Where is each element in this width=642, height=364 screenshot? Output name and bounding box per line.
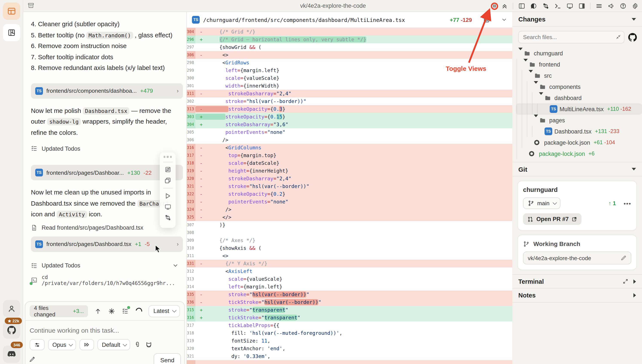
diff-row: 321- stroke="hsl(var(--border))" [187, 182, 512, 190]
send-button[interactable]: Send [154, 353, 181, 364]
edit-pencil-icon[interactable] [620, 255, 626, 261]
diff-row: 317- top={margin.top} [187, 152, 512, 159]
menu-icon[interactable] [595, 2, 602, 10]
open-pr-button[interactable]: Open PR #7 [523, 213, 581, 225]
tool-row[interactable]: Updated Todos [31, 144, 184, 153]
discord-count-badge: 346 [11, 342, 23, 348]
diff-row: 302 stroke="hsl(var(--border))" [187, 98, 512, 105]
git-compare-icon[interactable] [164, 214, 171, 221]
discord-button[interactable]: 346 [3, 346, 20, 363]
diff-row: 296+ {/* Grid — horizontal lines only, v… [187, 36, 512, 43]
github-button[interactable]: 22k [3, 322, 20, 339]
branch-dropdown[interactable]: main [523, 198, 560, 209]
changes-section-header[interactable]: Changes [512, 12, 642, 26]
tree-item-name: pages [549, 117, 565, 124]
code-diff-icon[interactable] [164, 166, 171, 173]
toggle-views-icon[interactable] [491, 2, 498, 10]
up-arrow-icon[interactable] [94, 307, 102, 315]
panel-right-icon[interactable] [578, 2, 585, 10]
diff-row: 297 {showGrid && ( [187, 43, 512, 51]
tree-item-name: components [549, 84, 580, 90]
working-branch-header: Working Branch [523, 240, 631, 247]
spark-icon[interactable] [108, 307, 115, 315]
terminal-icon[interactable] [554, 2, 561, 10]
tree-file-row[interactable]: package-lock.json+6 [512, 148, 642, 159]
diff-row: 325- </> [187, 213, 512, 221]
tree-file-row[interactable]: TSDashboard.tsx+131 -233 [512, 126, 642, 137]
monitor-icon[interactable] [164, 203, 171, 210]
working-branch-input[interactable]: vk/4e2a-explore-the-code [523, 252, 631, 264]
files-changed-chip[interactable]: 4 files changed+3... [30, 305, 88, 317]
git-section-header[interactable]: Git [512, 162, 642, 176]
copy-icon[interactable] [164, 177, 171, 184]
toggle-views-annotation: Toggle Views [446, 65, 486, 72]
brush-icon[interactable] [29, 356, 36, 363]
composer-input[interactable]: Continue working on this task... [25, 321, 184, 334]
layout-view-button[interactable] [3, 2, 20, 20]
fast-forward-button[interactable] [80, 339, 94, 350]
tree-folder-row[interactable]: dashboard [512, 92, 642, 104]
notes-section-header[interactable]: Notes [512, 288, 642, 302]
diff-row: 311 <> [187, 252, 512, 260]
todo-status-icon[interactable] [122, 307, 129, 315]
play-icon[interactable] [164, 192, 171, 200]
chevron-down-icon[interactable] [501, 17, 507, 23]
tree-folder-row[interactable]: pages [512, 114, 642, 126]
diff-row: 331- {/* Y Axis */} [187, 260, 512, 268]
cat-icon[interactable] [145, 341, 153, 348]
github-cat-icon[interactable] [628, 33, 637, 42]
git-compare-icon[interactable] [542, 2, 549, 10]
expand-icon[interactable] [623, 278, 628, 284]
monitor-icon[interactable] [566, 2, 573, 10]
diff-row: 304- {/* Grid */} [187, 28, 512, 36]
tool-row[interactable]: Updated Todos [31, 261, 184, 270]
diff-code: 304- {/* Grid */}296+ {/* Grid — horizon… [187, 28, 512, 364]
divider [513, 2, 513, 10]
archive-icon[interactable] [28, 2, 35, 10]
file-chip[interactable]: TSfrontend/src/components/dashboa...+479… [31, 83, 183, 98]
file-chip-label: frontend/src/pages/Dashboar... [46, 169, 124, 176]
diff-row: 316+ tickStroke="transparent" [187, 314, 512, 322]
tool-row[interactable]: cd /private/var/folders/10/h7w0q46556ggr… [31, 276, 184, 284]
tool-row-label: Updated Todos [42, 145, 80, 152]
diff-row: 311- strokeDasharray="2,4" [187, 90, 512, 98]
megaphone-icon[interactable] [607, 2, 614, 10]
diff-view-icon[interactable] [483, 16, 490, 23]
board-view-button[interactable] [3, 24, 20, 41]
model-dropdown[interactable]: Opus [48, 339, 76, 350]
drag-handle[interactable] [164, 156, 172, 158]
tree-folder-row[interactable]: src [512, 70, 642, 81]
collapse-tree-icon[interactable] [615, 34, 621, 40]
diff-row: 315+ stroke="transparent" [187, 306, 512, 314]
panel-left-icon[interactable] [518, 2, 525, 10]
tree-file-row[interactable]: TSMultiLineArea.tsx+110 -162 [516, 104, 642, 114]
file-chip[interactable]: TSfrontend/src/pages/Dashboard.tsx+1-5› [31, 236, 183, 252]
latest-dropdown[interactable]: Latest [149, 305, 180, 317]
tree-folder-row[interactable]: frontend [512, 59, 642, 70]
attach-paperclip-icon[interactable] [134, 341, 141, 348]
mode-dropdown[interactable]: Default [98, 339, 130, 350]
tree-item-name: package-lock.json [544, 139, 590, 146]
diff-row: 314 left={margin.left} [187, 283, 512, 290]
diff-row: 306- <> [187, 51, 512, 59]
tree-item-name: churnguard [534, 50, 563, 56]
more-options-icon[interactable]: ••• [624, 200, 631, 207]
tool-row-label: cd /private/var/folders/10/h7w0q46556ggr… [42, 274, 184, 286]
account-button[interactable] [3, 300, 20, 317]
tree-folder-row[interactable]: churnguard [512, 48, 642, 59]
diff-row: 322- strokeOpacity={0.2} [187, 190, 512, 198]
diff-row: 305 pointerEvents="none" [187, 128, 512, 136]
diff-row: 309 {/* Axes */} [187, 236, 512, 244]
chat-bubble-icon[interactable] [530, 2, 537, 10]
chat-message: 4. Cleaner grid (subtler opacity) 5. Bet… [31, 19, 184, 74]
help-icon[interactable] [619, 2, 626, 10]
tree-folder-row[interactable]: components [512, 81, 642, 92]
collapse-all-icon[interactable] [501, 2, 508, 10]
settings-gear-icon[interactable] [631, 2, 638, 10]
search-input[interactable] [518, 31, 624, 43]
git-repo-card: churnguard main ↑ 1 ••• Open PR #7 [517, 181, 637, 230]
composer-toolbar: 4 files changed+3... Latest [25, 302, 184, 321]
tree-file-row[interactable]: package-lock.json+61 -104 [512, 137, 642, 148]
terminal-section-header[interactable]: Terminal [512, 274, 642, 288]
settings-sliders-button[interactable] [30, 339, 45, 350]
